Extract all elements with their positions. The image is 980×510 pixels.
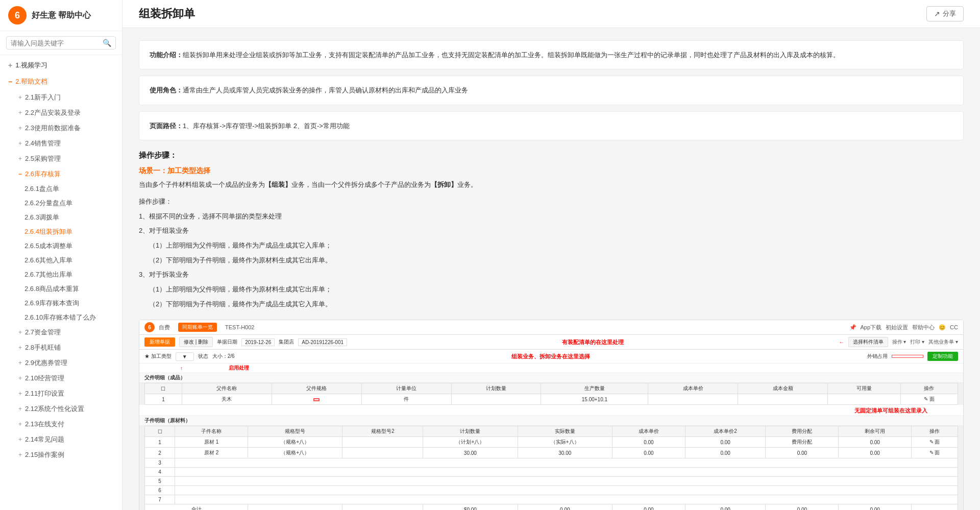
- sim-th2-sel: ☐: [145, 426, 175, 437]
- expand-icon: +: [8, 61, 12, 69]
- sim-td2-3idx: 3: [145, 458, 175, 468]
- content-area: 功能介绍：组装拆卸单用来处理企业组装或拆卸等加工业务，支持有固定装配清单的产品加…: [122, 28, 980, 510]
- logo-icon: 6: [8, 6, 27, 25]
- share-label: 分享: [943, 9, 956, 18]
- search-wrap[interactable]: 🔍: [6, 36, 116, 50]
- sim-th-cost-price: 成本单价: [648, 383, 738, 394]
- sim-th-avail: 可用量: [828, 383, 901, 394]
- search-input[interactable]: [11, 39, 103, 47]
- sim-topbar-id: TEST-H002: [225, 324, 254, 330]
- sim-td2-cp1: 0.00: [612, 437, 685, 448]
- sim-dropdown-type[interactable]: ▼: [176, 352, 194, 361]
- sidebar: 6 好生意 帮助中心 🔍 + 1.视频学习 − 2.帮助文档 +2.1新手入门 …: [0, 0, 122, 510]
- sim-td2-2act: ✎ 面: [911, 448, 958, 458]
- sim-nav: 自费 同期账单一览 TEST-H002: [159, 323, 254, 332]
- sim-th2-spec2: 规格型号2: [342, 426, 423, 437]
- sidebar-item-mobile[interactable]: +2.8手机旺铺: [0, 340, 122, 355]
- sim-td2-6idx: 6: [145, 486, 175, 495]
- sim-tag-period: 同期账单一览: [178, 323, 217, 332]
- search-bar: 🔍: [0, 31, 122, 55]
- sim-td2-2plan: 30.00: [423, 448, 518, 458]
- sim-th2-cp1: 成本单价: [612, 426, 685, 437]
- path-card: 页面路径：1、库存核算->库存管理->组装拆卸单 2、首页->常用功能: [139, 111, 964, 140]
- sim-th-select: ☐: [145, 383, 182, 394]
- step2: 2、对于组装业务: [139, 225, 964, 237]
- table-row: 4: [145, 468, 958, 477]
- table-row: 7: [145, 495, 958, 504]
- sidebar-item-prepare[interactable]: +2.3使用前数据准备: [0, 120, 122, 136]
- sidebar-item-help-doc[interactable]: − 2.帮助文档: [0, 74, 122, 90]
- sim-th2-act: 操作: [911, 426, 958, 437]
- sidebar-item-faq[interactable]: +2.14常见问题: [0, 432, 122, 447]
- sidebar-item-operation[interactable]: +2.10经营管理: [0, 371, 122, 386]
- sidebar-item-inventory[interactable]: −2.6库存核算: [0, 166, 122, 182]
- sim-lower-table: ☐ 子件名称 规格型号 规格型号2 计划数量 实际数量 成本单价 成本单价2 费…: [144, 426, 958, 510]
- sidebar-item-finance[interactable]: +2.7资金管理: [0, 325, 122, 340]
- sim-td2-2sp2: [342, 448, 423, 458]
- search-icon[interactable]: 🔍: [103, 39, 111, 47]
- sim-tfoot-c3: $0.00: [423, 504, 518, 510]
- share-button[interactable]: ↗ 分享: [926, 6, 964, 21]
- sim-btn-save[interactable]: 定制功能: [927, 352, 958, 361]
- sidebar-item-print[interactable]: +2.11打印设置: [0, 386, 122, 401]
- sim-annotation-arrow2: ↑: [180, 366, 183, 371]
- sim-table-lower-label: 子件明细（原材料）: [139, 416, 963, 426]
- sidebar-item-video[interactable]: + 1.视频学习: [0, 57, 122, 74]
- sidebar-item-stock-take[interactable]: 2.6.1盘点单: [0, 182, 122, 196]
- sidebar-item-assemble[interactable]: 2.6.4组装拆卸单: [0, 225, 122, 239]
- sim-tfoot-c2: [342, 504, 423, 510]
- sim-td2-plan: （计划+八）: [423, 437, 518, 448]
- sidebar-item-label: 1.视频学习: [15, 61, 47, 70]
- sim-td-av: [828, 394, 901, 405]
- sub-item-label: 2.13在线支付: [25, 420, 64, 428]
- sidebar-item-cost-adjust[interactable]: 2.6.5成本调整单: [0, 239, 122, 253]
- sidebar-item-cases[interactable]: +2.15操作案例: [0, 447, 122, 463]
- sim-annotation-row: ↑ 启用处理: [139, 363, 963, 373]
- sim-td-plan: [451, 394, 541, 405]
- sim-th2-actual: 实际数量: [518, 426, 612, 437]
- sim-td-idx: 1: [145, 394, 182, 405]
- sim-form-bill-label: 集团店: [279, 338, 294, 346]
- sidebar-item-purchase[interactable]: +2.5采购管理: [0, 151, 122, 166]
- sim-td-ca: [738, 394, 828, 405]
- table-row: 5: [145, 477, 958, 486]
- step2-1: （1）上部明细为父件明细，最终作为产成品生成其它入库单；: [139, 239, 964, 252]
- sim-btn-edit[interactable]: 修改 | 删除: [179, 337, 213, 347]
- sub-item-label: 2.4销售管理: [25, 139, 61, 147]
- sim-td2-4empty: [175, 468, 958, 477]
- sim-logo-icon: 6: [144, 322, 155, 332]
- sidebar-item-transfer[interactable]: 2.6.3调拨单: [0, 210, 122, 225]
- sim-btn-select-parts[interactable]: 选择料件清单: [848, 337, 888, 347]
- sim-tfoot-c8: 0.00: [839, 504, 912, 510]
- sim-btn-new[interactable]: 新增单据: [144, 337, 175, 347]
- sidebar-item-stock-check[interactable]: 2.6.9库存账本查询: [0, 296, 122, 310]
- sidebar-item-partial-take[interactable]: 2.6.2分量盘点单: [0, 196, 122, 210]
- sidebar-item-other-in[interactable]: 2.6.6其他入库单: [0, 253, 122, 268]
- sidebar-item-online-pay[interactable]: +2.13在线支付: [0, 417, 122, 432]
- sim-annotation-3-label: 启用处理: [229, 365, 249, 372]
- sim-label-status: 状态: [198, 353, 208, 360]
- sidebar-item-coupon[interactable]: +2.9优惠券管理: [0, 355, 122, 371]
- sim-ui: 6 自费 同期账单一览 TEST-H002 📌 App下载 初始设置 帮助中心 …: [139, 320, 963, 510]
- scenario-title: 场景一：加工类型选择: [139, 166, 964, 176]
- sidebar-item-goods-cost[interactable]: 2.6.8商品成本重算: [0, 282, 122, 296]
- sim-input-company[interactable]: [892, 355, 923, 358]
- sim-td2-5idx: 5: [145, 477, 175, 486]
- sidebar-item-install[interactable]: +2.2产品安装及登录: [0, 105, 122, 120]
- sim-th2-spec1: 规格型号: [248, 426, 342, 437]
- sidebar-item-personalize[interactable]: +2.12系统个性化设置: [0, 401, 122, 417]
- sub-item-label: 2.8手机旺铺: [25, 344, 61, 351]
- sidebar-item-other-out[interactable]: 2.6.7其他出库单: [0, 268, 122, 282]
- sidebar-item-stock-error[interactable]: 2.6.10库存账本错了么办: [0, 310, 122, 325]
- sidebar-item-sales[interactable]: +2.4销售管理: [0, 136, 122, 151]
- table-row: 1 关木 件 15.00+10.1 ✎ 面: [145, 394, 958, 405]
- sim-nav-home: 自费: [159, 324, 170, 331]
- sim-td2-2rem: 0.00: [839, 448, 912, 458]
- sim-td-fname: 关木: [182, 394, 272, 405]
- sim-th-fspec: 父件规格: [272, 383, 361, 394]
- sidebar-item-newcomer[interactable]: +2.1新手入门: [0, 90, 122, 105]
- sub-item-label: 2.1新手入门: [25, 93, 61, 101]
- sim-nav-id2: CC: [950, 324, 958, 330]
- step-label: 操作步骤：: [139, 196, 964, 208]
- sim-annotation-2: 组装业务、拆卸业务在这里选择: [239, 353, 863, 360]
